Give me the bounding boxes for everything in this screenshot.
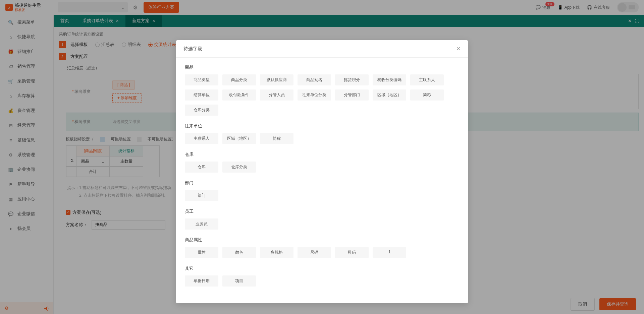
field-option[interactable]: 项目 (222, 275, 256, 287)
modal-title: 待选字段 (183, 46, 202, 52)
field-group-3: 部门部门 (185, 180, 459, 201)
field-option[interactable]: 1 (373, 247, 406, 258)
field-option[interactable]: 尺码 (298, 247, 331, 258)
field-option[interactable]: 商品别名 (298, 74, 331, 85)
field-option[interactable]: 结算单位 (185, 89, 218, 101)
field-option[interactable]: 多规格 (260, 247, 293, 258)
field-group-0: 商品商品类型商品分类默认供应商商品别名拣货积分税收分类编码主联系人结算单位收付款… (185, 64, 459, 116)
field-group-5: 商品属性属性颜色多规格尺码鞋码1 (185, 237, 459, 258)
field-group-title: 员工 (185, 208, 459, 214)
field-option[interactable]: 收付款条件 (222, 89, 256, 101)
field-group-title: 往来单位 (185, 123, 459, 129)
field-selector-modal: 待选字段 ✕ 商品商品类型商品分类默认供应商商品别名拣货积分税收分类编码主联系人… (176, 40, 468, 303)
field-option[interactable]: 业务员 (185, 218, 218, 230)
field-option[interactable]: 主联系人 (410, 74, 444, 85)
field-option[interactable]: 简称 (260, 133, 293, 144)
field-option[interactable]: 主联系人 (185, 133, 218, 144)
field-option[interactable]: 拣货积分 (335, 74, 369, 85)
field-option[interactable]: 分管人员 (260, 89, 293, 101)
field-option[interactable]: 仓库分类 (222, 162, 256, 173)
field-group-1: 往来单位主联系人区域（地区）简称 (185, 123, 459, 144)
field-group-2: 仓库仓库仓库分类 (185, 151, 459, 173)
field-group-title: 商品属性 (185, 237, 459, 243)
field-option[interactable]: 往来单位分类 (298, 89, 331, 101)
field-group-title: 部门 (185, 180, 459, 186)
field-group-title: 其它 (185, 265, 459, 271)
field-option[interactable]: 颜色 (222, 247, 256, 258)
field-option[interactable]: 单据日期 (185, 275, 218, 287)
modal-close-button[interactable]: ✕ (456, 46, 461, 52)
field-group-4: 员工业务员 (185, 208, 459, 230)
field-option[interactable]: 仓库分类 (185, 105, 218, 116)
field-option[interactable]: 鞋码 (335, 247, 369, 258)
field-option[interactable]: 商品分类 (222, 74, 256, 85)
field-option[interactable]: 属性 (185, 247, 218, 258)
field-option[interactable]: 区域（地区） (222, 133, 256, 144)
field-option[interactable]: 分管部门 (335, 89, 369, 101)
field-option[interactable]: 商品类型 (185, 74, 218, 85)
field-group-title: 商品 (185, 64, 459, 70)
field-option[interactable]: 简称 (410, 89, 444, 101)
field-option[interactable]: 默认供应商 (260, 74, 293, 85)
field-option[interactable]: 部门 (185, 190, 218, 201)
field-option[interactable]: 区域（地区） (373, 89, 406, 101)
field-group-6: 其它单据日期项目 (185, 265, 459, 287)
field-group-title: 仓库 (185, 151, 459, 158)
field-option[interactable]: 仓库 (185, 162, 218, 173)
field-option[interactable]: 税收分类编码 (373, 74, 406, 85)
